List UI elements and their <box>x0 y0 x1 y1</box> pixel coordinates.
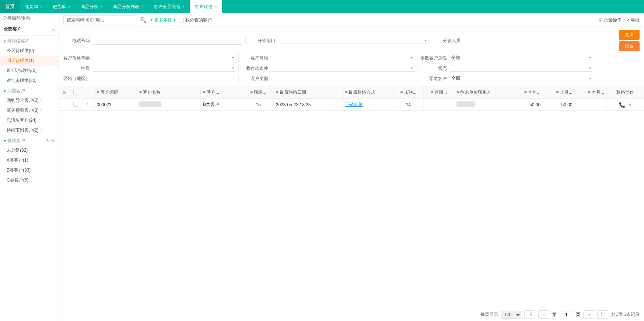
price-level-select[interactable]: ▾ <box>93 55 235 61</box>
person-select[interactable]: ··· <box>463 37 613 44</box>
row1-divider2 <box>431 37 431 44</box>
sidebar-item-overdue-pending[interactable]: 逾期未联络(30) <box>0 76 59 86</box>
row-action-qr-icon[interactable]: ⠿ <box>628 102 632 108</box>
table-customer-type-header[interactable]: ≡ 客户... <box>200 86 243 99</box>
per-page-label: 每页显示 <box>480 311 498 318</box>
row-overdue <box>424 99 454 111</box>
close-salesorder-icon[interactable]: × <box>40 4 42 9</box>
row-contact-count: 15 <box>243 99 274 111</box>
select-all-checkbox[interactable] <box>73 90 78 94</box>
close-customer-tier-icon[interactable]: × <box>182 4 185 9</box>
filter-search-button[interactable]: 🔍 <box>140 17 146 23</box>
table-index-header <box>81 86 94 99</box>
last-page-button[interactable]: 》 <box>597 310 608 319</box>
customer-level-select[interactable]: ▾ <box>271 55 414 61</box>
dept-select[interactable]: ▾ <box>278 37 428 44</box>
sidebar-item-churned[interactable]: 已流失客户(24) ? <box>0 115 59 125</box>
table-this-year-header[interactable]: ≡ 本年... <box>511 86 543 99</box>
table-overdue-header[interactable]: ≡ 逾期... <box>424 86 454 99</box>
export-button[interactable]: ↗ 导出 <box>626 17 640 23</box>
region-select[interactable]: ··· <box>93 75 235 82</box>
sidebar-item-today-pending[interactable]: 今天待联络(0) <box>0 46 59 56</box>
person-more-icon: ··· <box>608 38 612 43</box>
pending-arrow-icon: ▾ <box>4 39 6 44</box>
nav-item-customer-contact[interactable]: 客户联络 × <box>190 0 222 13</box>
sidebar-item-repurchase-abnormal[interactable]: 回购异常客户(2) ? <box>0 96 59 106</box>
close-product-analysis-icon[interactable]: × <box>100 4 102 9</box>
nav-item-product-analysis[interactable]: 商品分析 × <box>76 0 108 13</box>
total-label: 共1页 1条记录 <box>611 311 640 318</box>
sidebar-item-ungrouped[interactable]: 未分组(32) <box>0 145 59 155</box>
retail-customer-select[interactable]: 全部 ▾ <box>450 74 592 83</box>
chevron-up-icon: ▲ <box>173 18 176 22</box>
filter-search-input[interactable] <box>63 15 137 24</box>
sidebar-item-declining[interactable]: 持续下滑客户(2) ? <box>0 125 59 135</box>
per-page-select[interactable]: 50 100 200 <box>501 311 521 319</box>
advanced-filter-panel: 电话号码 分管部门 ▾ 分管人员 <box>59 27 644 86</box>
set-button[interactable]: 设置 <box>619 41 640 51</box>
sidebar-item-churn-warning[interactable]: 流失预警客户(3) ? <box>0 106 59 115</box>
customer-level-label: 客户等级 <box>242 55 271 61</box>
nature-select[interactable]: ▾ <box>93 65 235 72</box>
table-name-header[interactable]: ≡ 客户名称 <box>137 86 200 99</box>
sidebar-item-class-a[interactable]: A类客户(1) <box>0 155 59 165</box>
value-edit-icon[interactable]: ✎ <box>51 138 55 144</box>
my-customers-checkbox-area[interactable]: 我分管的客户 <box>179 17 212 23</box>
phone-input[interactable] <box>93 37 242 45</box>
retail-attr-select[interactable]: 全部 ▾ <box>450 54 592 62</box>
table-last-month-header[interactable]: ≡ 上月... <box>543 86 575 99</box>
close-customer-contact-icon[interactable]: × <box>214 4 217 9</box>
my-customers-checkbox[interactable] <box>179 18 184 23</box>
customer-type-select[interactable] <box>271 77 414 80</box>
sidebar-item-7days-pending[interactable]: 近7天待联络(0) <box>0 66 59 76</box>
sidebar-item-tomorrow-pending[interactable]: 明天待联络(1) <box>0 56 59 66</box>
problem-arrow-icon: ▾ <box>4 89 6 94</box>
pagination-bar: 每页显示 50 100 200 《 ＜ 第 页 ＞ 》 共1页 1条记录 <box>59 308 644 321</box>
table-action-header: 联络动作 <box>607 86 644 99</box>
sidebar-item-class-c[interactable]: C类客户(6) <box>0 175 59 185</box>
sidebar-group-problem[interactable]: ▾ 问题客户 <box>0 86 59 96</box>
row-checkbox[interactable] <box>73 102 78 107</box>
next-page-button[interactable]: ＞ <box>583 310 594 319</box>
page-number-input[interactable] <box>560 311 573 318</box>
sidebar-all-customers[interactable]: 全部客户 « <box>0 23 59 36</box>
prev-page-button[interactable]: ＜ <box>538 310 549 319</box>
close-product-analysis-list-icon[interactable]: × <box>141 4 143 9</box>
table-this-month-header[interactable]: ≡ 本月... <box>575 86 606 99</box>
nav-item-product-analysis-list[interactable]: 商品分析列表 × <box>108 0 148 13</box>
sidebar-collapse-icon[interactable]: « <box>52 27 55 32</box>
sidebar: 🔍 全部客户 « ▾ 待联络客户 今天待联络(0) 明天待联络(1) 近7天待联… <box>0 13 59 321</box>
retail-customer-arrow-icon: ▾ <box>589 76 591 80</box>
sidebar-group-pending[interactable]: ▾ 待联络客户 <box>0 36 59 46</box>
sidebar-search-input[interactable] <box>3 15 58 21</box>
table-checkbox-header <box>70 86 81 99</box>
table-code-header[interactable]: ≡ 客户编码 <box>94 86 137 99</box>
table-uncontact-header[interactable]: ≡ 未联... <box>393 86 424 99</box>
nav-item-customer-tier[interactable]: 客户分层经营 × <box>149 0 190 13</box>
retail-attr-label: 零散客户属性 <box>420 55 450 61</box>
table-last-contact-way-header[interactable]: ≡ 最后联络方式 <box>343 86 393 99</box>
close-purchase-icon[interactable]: × <box>68 4 70 9</box>
batch-operation-button[interactable]: ☑ 批量操作 <box>599 17 622 23</box>
nav-item-purchase[interactable]: 进货单 × <box>48 0 75 13</box>
table-last-contact-date-header[interactable]: ≡ 最后联络日期 <box>273 86 342 99</box>
more-conditions-button[interactable]: ▼ 更多条件 ▲ <box>149 17 176 23</box>
value-refresh-icon[interactable]: ↻ <box>46 138 50 144</box>
row-gear <box>59 99 70 111</box>
sidebar-item-class-b[interactable]: B类客户(33) <box>0 165 59 175</box>
status-select[interactable]: ▾ <box>450 65 592 72</box>
table-settings-header[interactable]: ⚙ <box>59 86 70 99</box>
first-page-button[interactable]: 《 <box>524 310 535 319</box>
nav-home[interactable]: 首页 <box>0 0 20 13</box>
table-contact-count-header[interactable]: ≡ 联络... <box>243 86 274 99</box>
row-action-phone-icon[interactable]: 📞 <box>619 102 625 108</box>
row-last-contact-way-link[interactable]: 下销货单 <box>345 102 363 107</box>
row-this-year: 50.00 <box>511 99 543 111</box>
row-code: 000021 <box>94 99 137 111</box>
query-button[interactable]: 查询 <box>619 30 640 40</box>
sidebar-group-value[interactable]: ▾ 价值客户 ↻ ✎ <box>0 135 59 145</box>
table-unit-contact-header[interactable]: ≡ 往来单位联系人 <box>454 86 511 99</box>
filter-action-buttons: 查询 设置 <box>619 30 640 51</box>
nav-item-salesorder[interactable]: 销货单 × <box>20 0 48 13</box>
payment-select[interactable]: ▾ <box>271 65 414 72</box>
